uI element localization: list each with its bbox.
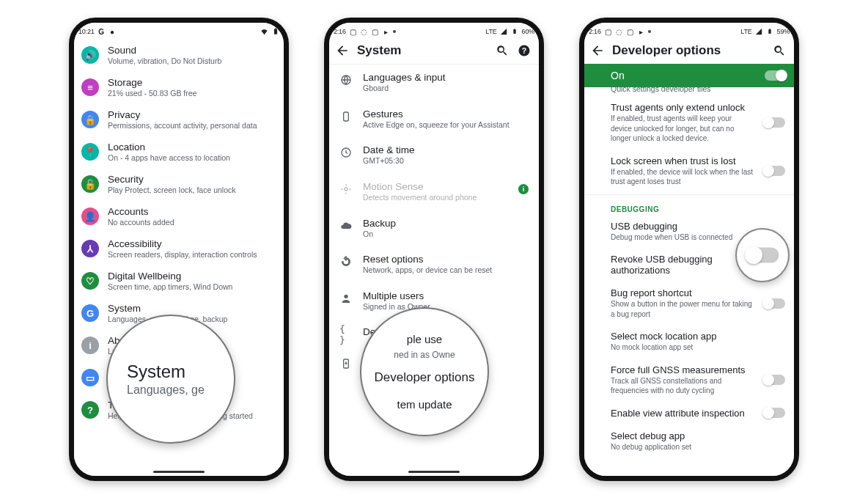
row-subtitle: No mock location app set bbox=[611, 342, 754, 353]
row-title: Trust agents only extend unlock bbox=[611, 102, 754, 113]
status-time: 2:16 bbox=[334, 28, 346, 35]
toggle-switch[interactable] bbox=[763, 375, 785, 385]
battery-icon bbox=[766, 28, 774, 36]
app-bar: System ? bbox=[329, 39, 539, 64]
row-title: Select debug app bbox=[611, 430, 754, 441]
row-title: Force full GNSS measurements bbox=[611, 364, 754, 375]
accounts-icon: 👤 bbox=[81, 208, 99, 225]
row-title: Date & time bbox=[363, 144, 415, 155]
app-icon: ▸ bbox=[382, 28, 390, 36]
row-subtitle: No debug application set bbox=[611, 442, 754, 452]
system-row-globe[interactable]: Languages & input Gboard bbox=[329, 65, 539, 101]
info-badge[interactable]: i bbox=[518, 184, 529, 194]
phone-1-screen: 10:21 G ● 🔊 Sound Volume, vibration, Do … bbox=[74, 23, 284, 476]
status-time: 10:21 bbox=[78, 28, 95, 35]
settings-row-storage[interactable]: ≡ Storage 21% used - 50.83 GB free bbox=[74, 71, 284, 103]
dev-row[interactable]: Enable view attribute inspection bbox=[584, 402, 794, 425]
phone-2: 2:16 ▢ ◌ ▢ ▸ LTE 60% Sys bbox=[324, 18, 544, 481]
more-icon bbox=[648, 30, 651, 33]
system-row-cloud[interactable]: Backup On bbox=[329, 210, 539, 247]
svg-rect-12 bbox=[768, 29, 770, 34]
row-subtitle: Network, apps, or device can be reset bbox=[363, 265, 492, 276]
google-icon: G bbox=[98, 28, 106, 36]
row-title: Gestures bbox=[363, 109, 510, 120]
row-subtitle: On - 4 apps have access to location bbox=[108, 153, 230, 162]
settings-row-sound[interactable]: 🔊 Sound Volume, vibration, Do Not Distur… bbox=[74, 39, 284, 71]
more-icon bbox=[393, 30, 396, 33]
partial-row: Quick settings developer tiles bbox=[584, 84, 794, 96]
row-title: Languages & input bbox=[363, 72, 446, 83]
search-button[interactable] bbox=[772, 43, 787, 58]
on-label: On bbox=[611, 70, 625, 81]
nav-handle[interactable] bbox=[153, 471, 205, 473]
row-title: Digital Wellbeing bbox=[108, 271, 232, 282]
dev-row[interactable]: Select debug app No debug application se… bbox=[584, 425, 794, 458]
fragment-text: tem update bbox=[397, 398, 452, 411]
battery-percent: 60% bbox=[522, 28, 534, 35]
google-icon: G bbox=[81, 304, 99, 322]
magnifier: ple use ned in as Owne Developer options… bbox=[360, 307, 489, 436]
fragment-text: ned in as Owne bbox=[394, 350, 455, 360]
battery-icon bbox=[271, 28, 279, 36]
row-title: Location bbox=[108, 142, 230, 153]
dev-row[interactable]: Select mock location app No mock locatio… bbox=[584, 325, 794, 359]
settings-row-security[interactable]: 🔓 Security Play Protect, screen lock, fa… bbox=[74, 168, 284, 200]
status-dot-icon: ● bbox=[108, 28, 117, 36]
settings-row-privacy[interactable]: 🔒 Privacy Permissions, account activity,… bbox=[74, 103, 284, 136]
settings-row-accounts[interactable]: 👤 Accounts No accounts added bbox=[74, 200, 284, 232]
a11y-icon: ⅄ bbox=[81, 240, 99, 257]
cloud-icon bbox=[339, 219, 353, 232]
row-subtitle: Screen readers, display, interaction con… bbox=[108, 250, 257, 259]
dev-row[interactable]: Bug report shortcut Show a button in the… bbox=[584, 282, 794, 325]
help-button[interactable]: ? bbox=[517, 43, 532, 58]
settings-row-a11y[interactable]: ⅄ Accessibility Screen readers, display,… bbox=[74, 232, 284, 265]
motion-icon bbox=[339, 183, 353, 196]
row-subtitle: Play Protect, screen lock, face unlock bbox=[108, 186, 236, 194]
status-time: 2:16 bbox=[589, 28, 601, 35]
location-icon: 📍 bbox=[81, 143, 99, 161]
system-row-reset[interactable]: Reset options Network, apps, or device c… bbox=[329, 246, 539, 283]
app-icon: ▢ bbox=[349, 28, 357, 36]
system-row-gestures[interactable]: Gestures Active Edge on, squeeze for you… bbox=[329, 101, 539, 138]
row-title: Motion Sense bbox=[363, 181, 477, 192]
back-button[interactable] bbox=[590, 43, 605, 58]
row-title: Select mock location app bbox=[611, 331, 754, 342]
dev-row[interactable]: Lock screen when trust is lost If enable… bbox=[584, 150, 794, 193]
row-title: Bug report shortcut bbox=[611, 287, 754, 298]
row-subtitle: Screen time, app timers, Wind Down bbox=[108, 282, 232, 291]
svg-rect-2 bbox=[513, 29, 515, 34]
phone-3-screen: 2:16 ▢ ◌ ▢ ▸ LTE 59% Dev bbox=[584, 23, 794, 476]
row-subtitle: Gboard bbox=[363, 84, 446, 94]
system-row-clock[interactable]: Date & time GMT+05:30 bbox=[329, 137, 539, 174]
master-switch[interactable] bbox=[765, 70, 787, 81]
nav-handle[interactable] bbox=[408, 471, 460, 473]
info-icon: i bbox=[81, 337, 99, 354]
row-subtitle: If enabled, the device will lock when th… bbox=[611, 167, 754, 187]
about-icon: ▭ bbox=[81, 369, 99, 386]
row-subtitle: 21% used - 50.83 GB free bbox=[108, 89, 196, 98]
toggle-switch[interactable] bbox=[763, 117, 785, 128]
back-button[interactable] bbox=[335, 43, 350, 58]
magnifier-subtitle: Languages, ge bbox=[127, 383, 234, 397]
wellbeing-icon: ♡ bbox=[81, 272, 99, 290]
settings-row-location[interactable]: 📍 Location On - 4 apps have access to lo… bbox=[74, 136, 284, 168]
storage-icon: ≡ bbox=[81, 78, 99, 96]
row-title: Multiple users bbox=[363, 290, 430, 301]
toggle-switch[interactable] bbox=[763, 166, 785, 176]
row-title: Lock screen when trust is lost bbox=[611, 155, 754, 166]
toggle-switch[interactable] bbox=[763, 298, 785, 309]
search-button[interactable] bbox=[495, 43, 510, 58]
row-subtitle: Active Edge on, squeeze for your Assista… bbox=[363, 120, 510, 131]
svg-rect-13 bbox=[769, 29, 770, 29]
svg-rect-1 bbox=[275, 28, 276, 29]
settings-row-wellbeing[interactable]: ♡ Digital Wellbeing Screen time, app tim… bbox=[74, 265, 284, 297]
dev-row[interactable]: Trust agents only extend unlock If enabl… bbox=[584, 96, 794, 150]
system-row-motion[interactable]: Motion Sense Detects movement around pho… bbox=[329, 174, 539, 210]
row-subtitle: If enabled, trust agents will keep your … bbox=[611, 114, 754, 144]
row-title: USB debugging bbox=[611, 221, 754, 232]
toggle-switch[interactable] bbox=[763, 408, 785, 418]
usb-debugging-switch-zoom[interactable] bbox=[746, 248, 779, 263]
phone-2-screen: 2:16 ▢ ◌ ▢ ▸ LTE 60% Sys bbox=[329, 23, 539, 476]
signal-icon bbox=[755, 28, 763, 36]
dev-row[interactable]: Force full GNSS measurements Track all G… bbox=[584, 359, 794, 402]
